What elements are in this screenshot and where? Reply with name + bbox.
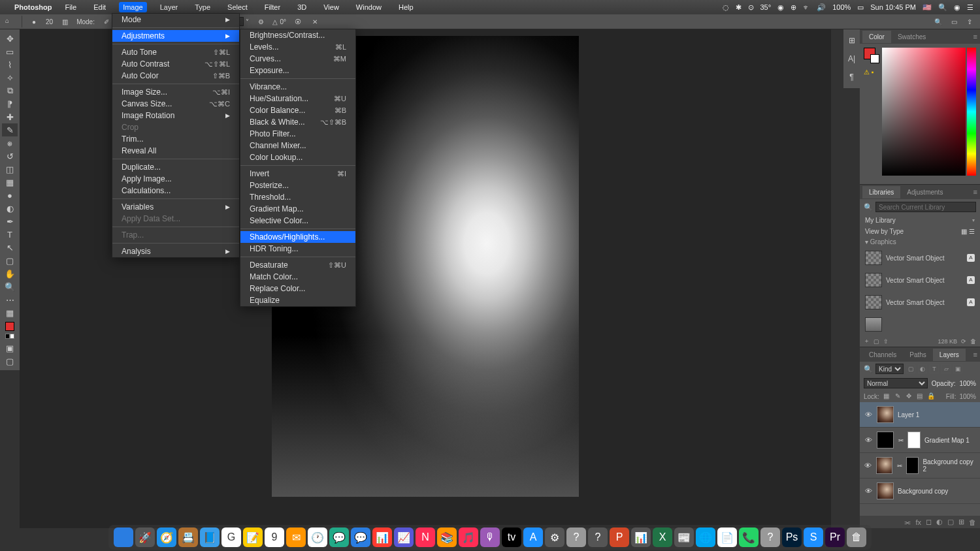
menuitem-vibrance-[interactable]: Vibrance... (240, 81, 355, 93)
zoom-tool[interactable]: 🔍 (2, 280, 18, 293)
dock-app-icon[interactable]: 9 (265, 527, 284, 547)
layer-row[interactable]: 👁Background copy (860, 479, 980, 504)
quickmask-tool[interactable]: ▣ (2, 341, 18, 354)
upload-icon[interactable]: ⇧ (883, 338, 889, 345)
view-by-label[interactable]: View by Type (865, 228, 904, 235)
visibility-icon[interactable]: 👁 (864, 462, 872, 469)
dock-app-icon[interactable]: 📚 (437, 527, 457, 547)
dock-app-icon[interactable]: ? (566, 527, 586, 547)
layer-row[interactable]: 👁Layer 1 (860, 402, 980, 428)
menuitem-image-rotation[interactable]: Image Rotation▶ (112, 110, 239, 121)
eraser-tool[interactable]: ◫ (2, 163, 18, 176)
share-icon[interactable]: ⇪ (964, 16, 975, 27)
menuitem-color-lookup-[interactable]: Color Lookup... (240, 151, 355, 163)
dock-app-icon[interactable]: 📘 (200, 527, 220, 547)
layer-mask[interactable] (906, 457, 919, 474)
menu-image[interactable]: Image (119, 2, 147, 12)
layer-thumb[interactable] (877, 432, 894, 449)
grid-view-icon[interactable]: ▦ (961, 228, 967, 235)
visibility-icon[interactable]: 👁 (864, 411, 873, 418)
menuitem-trim-[interactable]: Trim... (112, 133, 239, 145)
clock[interactable]: Sun 10:45 PM (870, 3, 916, 11)
color-field[interactable] (882, 48, 966, 176)
dock-app-icon[interactable]: 🕐 (308, 527, 327, 547)
menuitem-auto-tone[interactable]: Auto Tone⇧⌘L (112, 46, 239, 58)
angle-value[interactable]: 0° (280, 18, 286, 25)
dock-app-icon[interactable]: Pr (825, 527, 845, 547)
library-item[interactable]: Vector Smart ObjectA (860, 269, 980, 291)
menuitem-variables[interactable]: Variables▶ (112, 201, 239, 213)
dock-app-icon[interactable]: 🗑 (847, 527, 866, 547)
dock-app-icon[interactable]: 🎵 (459, 527, 478, 547)
library-thumb[interactable] (865, 317, 882, 332)
tab-layers[interactable]: Layers (933, 349, 966, 361)
library-selector[interactable]: My Library (865, 217, 896, 224)
tab-libraries[interactable]: Libraries (862, 186, 900, 198)
opacity-value[interactable]: 100% (959, 380, 976, 387)
dock-app-icon[interactable]: tv (502, 527, 521, 547)
dock-app-icon[interactable]: G (221, 527, 241, 547)
lasso-tool[interactable]: ⌇ (2, 58, 18, 71)
status-icon[interactable]: ✱ (736, 3, 742, 12)
layer-thumb[interactable] (876, 457, 892, 474)
menuitem-duplicate-[interactable]: Duplicate... (112, 161, 239, 173)
brush-settings-icon[interactable]: ▥ (59, 16, 70, 27)
fill-value[interactable]: 100% (959, 393, 976, 400)
gradient-tool[interactable]: ▦ (2, 176, 18, 189)
menuitem-hdr-toning-[interactable]: HDR Toning... (240, 243, 355, 255)
delete-icon[interactable]: 🗑 (969, 518, 976, 526)
status-icon[interactable]: ◌ (723, 3, 729, 12)
menuitem-brightness-contrast-[interactable]: Brightness/Contrast... (240, 29, 355, 41)
marquee-tool[interactable]: ▭ (2, 45, 18, 58)
layer-name[interactable]: Background copy 2 (923, 458, 976, 473)
filter-pixel-icon[interactable]: ▢ (906, 364, 915, 373)
dock-app-icon[interactable]: X (653, 527, 672, 547)
gamut-warning-icon[interactable]: ⚠ ▪ (864, 69, 874, 76)
brush-settings-icon[interactable]: ⊞ (847, 36, 857, 45)
blur-tool[interactable]: ● (2, 189, 18, 202)
dock-app-icon[interactable]: ? (588, 527, 608, 547)
menu-help[interactable]: Help (395, 2, 417, 12)
menuitem-canvas-size-[interactable]: Canvas Size...⌥⌘C (112, 98, 239, 110)
dock-app-icon[interactable]: 🚀 (135, 527, 155, 547)
home-icon[interactable]: ⌂ (5, 17, 15, 26)
status-icon[interactable]: ◉ (777, 3, 784, 12)
hand-tool[interactable]: ✋ (2, 267, 18, 280)
dock-app-icon[interactable]: 📈 (394, 527, 414, 547)
menuitem-photo-filter-[interactable]: Photo Filter... (240, 128, 355, 140)
mask-icon[interactable]: ◻ (926, 518, 932, 526)
status-icon[interactable]: ⊙ (748, 3, 754, 12)
menuitem-exposure-[interactable]: Exposure... (240, 65, 355, 76)
dock-app-icon[interactable]: 📰 (674, 527, 694, 547)
menuitem-auto-contrast[interactable]: Auto Contrast⌥⇧⌘L (112, 58, 239, 70)
link-icon[interactable]: ⫘ (898, 437, 904, 443)
tab-adjustments[interactable]: Adjustments (900, 186, 949, 198)
more-tools[interactable]: ⋯ (2, 293, 18, 306)
menuitem-apply-image-[interactable]: Apply Image... (112, 173, 239, 185)
filter-smart-icon[interactable]: ▣ (953, 364, 962, 373)
move-tool[interactable]: ✥ (2, 32, 18, 45)
panel-menu-icon[interactable]: ≡ (973, 351, 977, 358)
menuitem-gradient-map-[interactable]: Gradient Map... (240, 203, 355, 215)
search-icon[interactable]: 🔍 (933, 16, 943, 27)
dock-app-icon[interactable] (114, 527, 133, 547)
dock-app-icon[interactable]: 📝 (243, 527, 263, 547)
tab-paths[interactable]: Paths (903, 349, 933, 361)
airbrush-icon[interactable]: ✐ (101, 16, 112, 27)
notification-icon[interactable]: ☰ (967, 3, 973, 12)
flag-icon[interactable]: 🇺🇸 (923, 3, 932, 12)
eyedropper-tool[interactable]: ⁋ (2, 97, 18, 110)
path-tool[interactable]: ↖ (2, 241, 18, 254)
blend-mode-select[interactable]: Normal (864, 378, 928, 388)
volume-icon[interactable]: 🔊 (817, 3, 826, 12)
layer-row[interactable]: 👁⫘Background copy 2 (860, 453, 980, 479)
history-brush-tool[interactable]: ↺ (2, 150, 18, 163)
trash-icon[interactable]: 🗑 (970, 338, 976, 345)
link-layers-icon[interactable]: ⫘ (904, 518, 911, 526)
menuitem-threshold-[interactable]: Threshold... (240, 191, 355, 203)
visibility-icon[interactable]: 👁 (864, 487, 873, 495)
dock-app-icon[interactable]: 💬 (329, 527, 349, 547)
menuitem-equalize[interactable]: Equalize (240, 294, 355, 306)
shape-tool[interactable]: ▢ (2, 254, 18, 267)
list-view-icon[interactable]: ☰ (969, 228, 975, 235)
